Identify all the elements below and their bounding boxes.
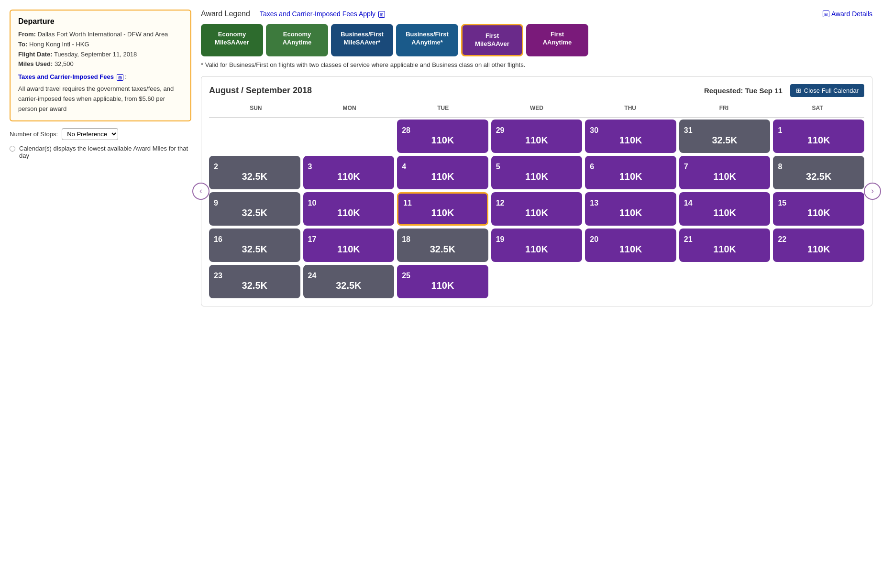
cell-miles: 110K <box>713 171 736 182</box>
calendar-day-cell[interactable]: 15 110K <box>773 192 864 226</box>
calendar-day-cell[interactable]: 14 110K <box>679 192 771 226</box>
calendar-day-cell[interactable]: 25 110K <box>397 265 488 298</box>
cell-miles: 32.5K <box>336 280 361 291</box>
cell-miles: 110K <box>713 207 736 218</box>
calendar-row-4: 23 32.5K 24 32.5K 25 110K <box>209 265 864 298</box>
calendar-day-cell[interactable]: 31 32.5K <box>679 120 771 153</box>
calendar-day-cell[interactable]: 3 110K <box>303 156 395 189</box>
day-header-thu: THU <box>584 103 677 113</box>
taxes-link[interactable]: Taxes and Carrier-Imposed Fees Apply ⊞ <box>260 10 385 18</box>
cell-day-number: 11 <box>403 199 412 207</box>
cell-day-number: 21 <box>684 235 693 244</box>
calendar-day-cell <box>209 120 300 153</box>
calendar-day-cell[interactable]: 28 110K <box>397 120 488 153</box>
calendar-day-cell[interactable]: 9 32.5K <box>209 192 300 226</box>
calendar-grid: SUNMONTUEWEDTHUFRISAT 28 110K 29 110K 30… <box>209 103 864 298</box>
stops-select[interactable]: No Preference Nonstop 1 Stop <box>62 128 118 140</box>
calendar-row-1: 2 32.5K 3 110K 4 110K 5 110K 6 110K 7 11… <box>209 156 864 189</box>
cell-day-number: 10 <box>308 199 317 207</box>
cell-day-number: 25 <box>402 272 410 280</box>
to-value: Hong Kong Intl - HKG <box>29 41 89 48</box>
cell-day-number: 6 <box>590 163 594 171</box>
departure-title: Departure <box>18 17 183 26</box>
cell-day-number: 29 <box>496 126 505 135</box>
calendar-day-cell[interactable]: 22 110K <box>773 229 864 262</box>
fees-text: All award travel requires the government… <box>18 84 183 114</box>
calendar-row-2: 9 32.5K 10 110K 11 110K 12 110K 13 110K … <box>209 192 864 226</box>
calendar-day-cell[interactable]: 12 110K <box>491 192 583 226</box>
award-details-icon: ⊞ <box>823 11 829 17</box>
fees-link[interactable]: Taxes and Carrier-Imposed Fees ⊞ <box>18 73 125 80</box>
calendar-title: August / September 2018 <box>209 86 312 96</box>
calendar-day-cell[interactable]: 5 110K <box>491 156 583 189</box>
flight-date-value: Tuesday, September 11, 2018 <box>54 51 137 58</box>
calendar-day-cell[interactable]: 30 110K <box>585 120 676 153</box>
miles-used-value: 32,500 <box>55 60 74 67</box>
cell-miles: 32.5K <box>430 244 455 255</box>
calendar-day-cell[interactable]: 18 32.5K <box>397 229 488 262</box>
calendar-day-cell[interactable]: 24 32.5K <box>303 265 395 298</box>
cell-day-number: 8 <box>778 163 782 171</box>
miles-used-label: Miles Used: <box>18 60 53 67</box>
calendar-day-cell[interactable]: 13 110K <box>585 192 676 226</box>
close-calendar-button[interactable]: ⊞ Close Full Calendar <box>790 84 864 97</box>
calendar-grid-icon: ⊞ <box>796 87 801 94</box>
calendar-day-cell[interactable]: 29 110K <box>491 120 583 153</box>
calendar-day-cell[interactable]: 8 32.5K <box>773 156 864 189</box>
cell-miles: 32.5K <box>242 171 267 182</box>
cell-miles: 110K <box>337 171 360 182</box>
calendar-day-cell[interactable]: 11 110K <box>397 192 488 226</box>
cell-day-number: 9 <box>214 199 218 207</box>
calendar-day-cell[interactable]: 20 110K <box>585 229 676 262</box>
legend-btn-eco-mile[interactable]: EconomyMileSAAver <box>201 24 263 56</box>
cell-miles: 110K <box>431 280 454 291</box>
calendar-day-cell[interactable]: 6 110K <box>585 156 676 189</box>
calendar-day-cell[interactable]: 10 110K <box>303 192 395 226</box>
legend-btn-biz-mile[interactable]: Business/FirstMileSAAver* <box>331 24 393 56</box>
cell-miles: 110K <box>525 244 548 255</box>
legend-btn-biz-any[interactable]: Business/FirstAAnytime* <box>396 24 458 56</box>
award-details-link[interactable]: ⊞ Award Details <box>822 10 872 18</box>
cell-miles: 32.5K <box>242 280 267 291</box>
prev-month-button[interactable]: ‹ <box>192 183 209 200</box>
cell-miles: 110K <box>713 244 736 255</box>
calendar-day-cell <box>679 265 771 298</box>
calendar-day-cell[interactable]: 1 110K <box>773 120 864 153</box>
cell-day-number: 31 <box>684 126 693 135</box>
left-panel: Departure From: Dallas Fort Worth Intern… <box>10 10 191 306</box>
legend-btn-eco-any[interactable]: EconomyAAnytime <box>266 24 328 56</box>
cell-miles: 110K <box>619 135 642 146</box>
cell-day-number: 28 <box>402 126 410 135</box>
cell-miles: 110K <box>807 207 830 218</box>
calendar-day-cell[interactable]: 19 110K <box>491 229 583 262</box>
cell-day-number: 30 <box>590 126 598 135</box>
calendar-day-cell[interactable]: 2 32.5K <box>209 156 300 189</box>
calendar-requested: Requested: Tue Sep 11 <box>704 87 783 95</box>
cell-day-number: 3 <box>308 163 312 171</box>
cell-day-number: 4 <box>402 163 406 171</box>
cell-day-number: 5 <box>496 163 500 171</box>
calendar-row-3: 16 32.5K 17 110K 18 32.5K 19 110K 20 110… <box>209 229 864 262</box>
calendar-day-cell[interactable]: 17 110K <box>303 229 395 262</box>
calendar-day-cell[interactable]: 4 110K <box>397 156 488 189</box>
calendar-day-cell[interactable]: 21 110K <box>679 229 771 262</box>
calendar-day-cell[interactable]: 16 32.5K <box>209 229 300 262</box>
calendar-day-cell[interactable]: 23 32.5K <box>209 265 300 298</box>
next-month-button[interactable]: › <box>864 183 881 200</box>
cell-miles: 32.5K <box>242 207 267 218</box>
calendar-row-0: 28 110K 29 110K 30 110K 31 32.5K 1 110K <box>209 120 864 153</box>
calendar-day-cell[interactable]: 7 110K <box>679 156 771 189</box>
legend-btn-first-any[interactable]: FirstAAnytime <box>526 24 588 56</box>
cell-miles: 110K <box>525 171 548 182</box>
cell-day-number: 20 <box>590 235 598 244</box>
day-header-sat: SAT <box>771 103 864 113</box>
legend-btn-first-mile[interactable]: FirstMileSAAver <box>461 24 523 56</box>
day-header-sun: SUN <box>209 103 303 113</box>
fees-icon: ⊞ <box>117 74 123 81</box>
calendar-outer: ‹ August / September 2018 Requested: Tue… <box>201 76 872 306</box>
day-header-fri: FRI <box>677 103 771 113</box>
calendar-header: August / September 2018 Requested: Tue S… <box>209 84 864 97</box>
cell-day-number: 14 <box>684 199 693 207</box>
cell-miles: 110K <box>337 244 360 255</box>
departure-box: Departure From: Dallas Fort Worth Intern… <box>10 10 191 121</box>
